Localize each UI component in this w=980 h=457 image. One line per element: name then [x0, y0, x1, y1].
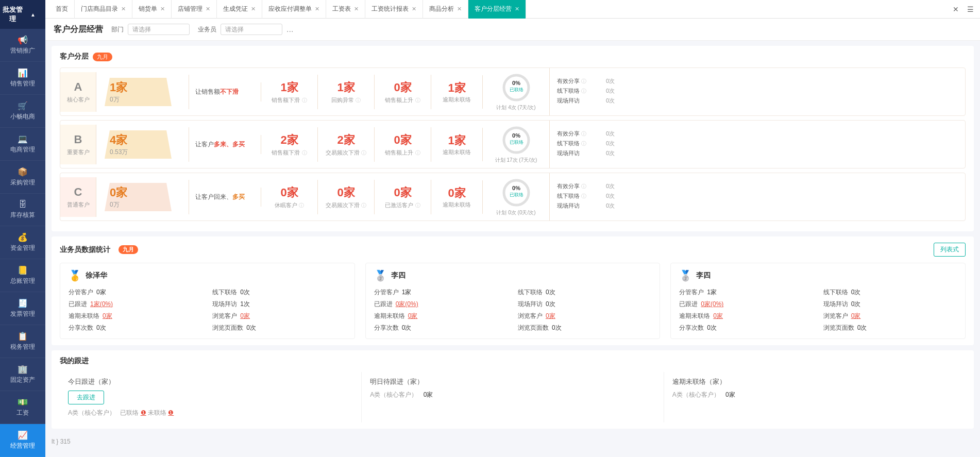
tab-close-wage_table[interactable]: ✕ [354, 6, 359, 12]
biz-val-0-left-3: 0次 [96, 324, 106, 332]
tab-close-receivable[interactable]: ✕ [315, 6, 319, 12]
tier-desc-text-C: 让客户回来、多买 [195, 193, 245, 201]
tab-close-store_goods[interactable]: ✕ [121, 6, 126, 12]
followup-tomorrow-sub: A类（核心客户） 0家 [370, 391, 655, 399]
agent-filter: 业务员 请选择 ... [198, 24, 293, 35]
tier-letter-A: A [65, 80, 91, 94]
sidebar-item-fapiao[interactable]: 🧾发票管理 [0, 292, 45, 325]
dept-select[interactable]: 请选择 [128, 24, 190, 35]
followup-overdue-col: 逾期未联络（家） A类（核心客户） 0家 [664, 372, 966, 422]
biz-val-0-right-2[interactable]: 0家 [240, 312, 250, 320]
tier-side-stat-B-1: 线下联络 ⓘ 0次 [557, 140, 615, 147]
tab-wage_table[interactable]: 工资表✕ [326, 0, 365, 19]
sidebar: 批发管理 ▲ 📢营销推广📊销售管理🛒小畅电商💻电商管理📦采购管理🗄库存核算💰资金… [0, 0, 45, 457]
biz-row-2-left-2: 逾期未联络 0家 [679, 312, 813, 320]
biz-row-1-right-0: 线下联络 0次 [518, 288, 651, 297]
tab-store_goods[interactable]: 门店商品目录✕ [75, 0, 132, 19]
tab-close-store_mgmt[interactable]: ✕ [206, 6, 210, 12]
biz-row-2-left-3: 分享次数 0次 [679, 324, 813, 332]
sidebar-item-xiaoshou[interactable]: 📊销售管理 [0, 62, 45, 95]
sidebar-item-xiaodian[interactable]: 🛒小畅电商 [0, 95, 45, 128]
agent-label: 业务员 [198, 25, 216, 34]
tier-side-val-A-0: 0次 [606, 77, 615, 85]
sidebar-item-gongzi[interactable]: 💵工资 [0, 391, 45, 424]
svg-text:已联络: 已联络 [509, 87, 523, 92]
biz-row-0-left-2: 逾期未联络 0家 [69, 312, 202, 320]
sidebar-item-kucun[interactable]: 🗄库存核算 [0, 194, 45, 226]
tier-side-label-A-1: 线下联络 ⓘ [557, 87, 586, 95]
biz-val-2-right-2[interactable]: 0家 [851, 312, 861, 320]
followup-grid: 今日跟进（家） 去跟进 A类（核心客户） 已联络 ❶ 未联络 ❶ 明日待跟进（家… [60, 372, 966, 422]
biz-val-1-right-1: 0次 [546, 300, 555, 309]
list-view-button[interactable]: 列表式 [934, 243, 966, 257]
sidebar-collapse-icon[interactable]: ▲ [23, 12, 43, 18]
main-content: 首页门店商品目录✕销货单✕店铺管理✕生成凭证✕应收应付调整单✕工资表✕工资统计报… [45, 0, 980, 457]
sidebar-icon-zhangb: 📒 [2, 265, 43, 275]
tier-desc-text-B: 让客户多来、多买 [195, 140, 245, 149]
tab-receivable[interactable]: 应收应付调整单✕ [262, 0, 326, 19]
goto-followup-button[interactable]: 去跟进 [68, 391, 104, 404]
tab-customer_tier[interactable]: 客户分层经营✕ [468, 0, 526, 19]
biz-row-2-left-0: 分管客户 1家 [679, 288, 813, 297]
sidebar-item-guzhan[interactable]: 🏢固定资产 [0, 358, 45, 391]
tier-side-stat-A-2: 现场拜访 0次 [557, 97, 615, 105]
page-area: 客户分层经营 部门 请选择 业务员 请选择 ... 客户分层 九月 A核心客户 [45, 19, 980, 457]
agent-select[interactable]: 请选择 [221, 24, 282, 35]
tier-circle-plan-A: 计划 4次 (7天/次) [487, 104, 545, 111]
tier-circle-svg-A: 0% 已联络 [501, 72, 532, 103]
biz-val-0-right-3: 0次 [246, 324, 256, 332]
biz-val-1-left-2[interactable]: 0家 [408, 312, 418, 320]
tier-stat-num-C-2: 0家 [379, 185, 427, 200]
biz-val-2-left-1[interactable]: 0家(0%) [701, 300, 723, 309]
tab-close-customer_tier[interactable]: ✕ [515, 6, 519, 12]
tier-count-area-C: 0家 0万 [96, 180, 189, 214]
biz-row-0-right-3: 浏览页面数 0次 [212, 324, 346, 332]
tier-stat-B-0: 2家 销售额下滑 ⓘ [261, 127, 318, 162]
medal-icon-1: 🥈 [374, 269, 387, 282]
dept-label: 部门 [111, 25, 124, 34]
tab-close-goods_analysis[interactable]: ✕ [457, 6, 462, 12]
sidebar-item-zhangb[interactable]: 📒总账管理 [0, 259, 45, 292]
more-tabs-button[interactable]: ☰ [965, 5, 976, 13]
sidebar-logo[interactable]: 批发管理 ▲ [0, 0, 45, 29]
sidebar-label-yingxiao: 营销推广 [2, 46, 43, 55]
biz-val-2-left-2[interactable]: 0家 [713, 312, 723, 320]
tab-home[interactable]: 首页 [49, 0, 75, 19]
tab-gen_voucher[interactable]: 生成凭证✕ [217, 0, 262, 19]
tier-side-stats-B: 有效分享 ⓘ 0次 线下联络 ⓘ 0次 现场拜访 0次 [550, 126, 622, 163]
sidebar-icon-zijin: 💰 [2, 232, 43, 242]
biz-val-0-left-2[interactable]: 0家 [103, 312, 112, 320]
close-all-tabs-button[interactable]: ✕ [951, 5, 961, 13]
biz-val-1-left-1[interactable]: 0家(0%) [396, 300, 418, 309]
sidebar-item-zijin[interactable]: 💰资金管理 [0, 226, 45, 259]
tab-label-home: 首页 [56, 5, 68, 13]
sidebar-label-shuiwu: 税务管理 [2, 343, 43, 351]
tier-count-num-C: 0家 [110, 185, 127, 200]
tier-stat-num-B-1: 2家 [322, 132, 370, 148]
sidebar-item-shuiwu[interactable]: 📋税务管理 [0, 325, 45, 358]
tier-stat-num-B-0: 2家 [265, 132, 313, 148]
biz-val-0-left-1[interactable]: 1家(0%) [90, 300, 113, 309]
tier-side-label-C-1: 线下联络 ⓘ [557, 192, 586, 200]
tab-sales_order[interactable]: 销货单✕ [132, 0, 172, 19]
tab-goods_analysis[interactable]: 商品分析✕ [423, 0, 468, 19]
tab-close-sales_order[interactable]: ✕ [160, 6, 165, 12]
tab-bar: 首页门店商品目录✕销货单✕店铺管理✕生成凭证✕应收应付调整单✕工资表✕工资统计报… [45, 0, 980, 19]
sidebar-item-jingying[interactable]: 📈经营管理 [0, 424, 45, 457]
tab-wage_stats[interactable]: 工资统计报表✕ [365, 0, 423, 19]
sidebar-item-caigou[interactable]: 📦采购管理 [0, 161, 45, 194]
more-filters-icon[interactable]: ... [286, 25, 293, 34]
biz-val-0-left-0: 0家 [96, 288, 106, 297]
tier-desc-B: 让客户多来、多买 [189, 135, 261, 154]
tab-store_mgmt[interactable]: 店铺管理✕ [172, 0, 217, 19]
tab-close-gen_voucher[interactable]: ✕ [251, 6, 256, 12]
sidebar-item-yingxiao[interactable]: 📢营销推广 [0, 29, 45, 62]
customer-section-header: 客户分层 九月 [60, 52, 966, 61]
tier-overdue-num-A: 1家 [436, 80, 477, 96]
tab-label-wage_stats: 工资统计报表 [371, 5, 409, 13]
biz-val-1-right-2[interactable]: 0家 [546, 312, 555, 320]
sidebar-item-dianshang[interactable]: 💻电商管理 [0, 128, 45, 161]
sidebar-label-kucun: 库存核算 [2, 211, 43, 219]
tier-side-stat-B-0: 有效分享 ⓘ 0次 [557, 130, 615, 138]
tab-close-wage_stats[interactable]: ✕ [412, 6, 416, 12]
